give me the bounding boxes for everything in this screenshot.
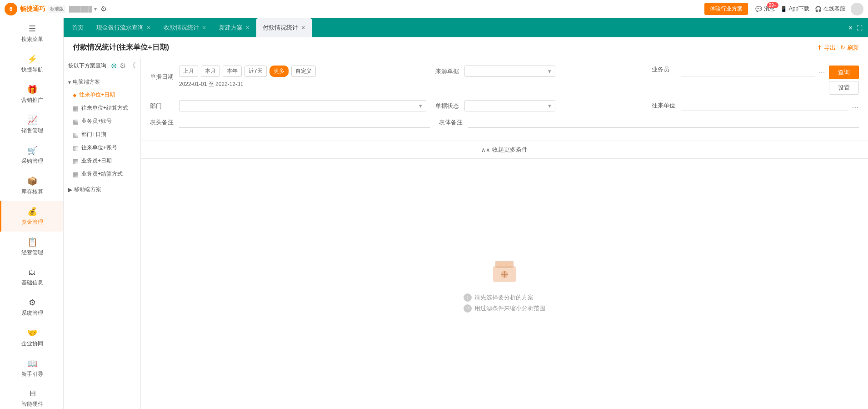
app-download-label: App下载 [789,5,809,13]
sidebar-item-finance[interactable]: 💰 资金管理 [0,201,63,232]
tab-bank[interactable]: 现金银行流水查询 ✕ [90,18,157,37]
hint-num-1: 1 [464,293,472,302]
export-button[interactable]: ⬆ 导出 [817,44,836,52]
empty-box-illustration [486,252,523,289]
sidebar-item-label: 快捷导航 [21,66,43,74]
collapse-label: 收起更多条件 [492,146,528,154]
date-btn-custom[interactable]: 自定义 [291,66,316,77]
refresh-button[interactable]: ↻ 刷新 [840,44,859,52]
filter-source-label: 来源单据 [435,67,461,76]
date-btn-7days[interactable]: 近7天 [244,66,267,77]
pc-scheme-title[interactable]: ▾ 电脑端方案 [64,76,140,88]
page-actions: ⬆ 导出 ↻ 刷新 [817,44,859,52]
filter-counterpart-item: 往来单位 … [652,100,859,111]
try-industry-button[interactable]: 体验行业方案 [704,3,748,15]
scheme-item-staff-date[interactable]: ▦ 业务员+日期 [64,154,140,167]
sidebar-item-nav[interactable]: ⚡ 快捷导航 [0,49,63,79]
filter-date-control: 上月 本月 本年 近7天 更多 自定义 2022-01-01 至 2022-12… [179,66,426,88]
user-avatar[interactable] [851,3,863,15]
scheme-item-counterpart-account[interactable]: ▦ 往来单位+账号 [64,141,140,154]
add-scheme-icon[interactable]: ⊕ [111,61,117,70]
sidebar-item-operations[interactable]: 📋 经营管理 [0,232,63,262]
sidebar-item-purchase[interactable]: 🛒 采购管理 [0,140,63,171]
tab-new-plan-close-icon[interactable]: ✕ [245,25,250,31]
sidebar-item-label: 基础信息 [21,279,43,287]
top-bar-left: 6 畅捷通巧 标准版 ██████ ▾ ⚙ [5,3,107,15]
sales-icon: 📈 [27,115,37,125]
scheme-item-icon: ▦ [73,131,79,138]
tab-receipt-close-icon[interactable]: ✕ [202,25,206,31]
staff-control: … [681,66,825,76]
filter-status-select[interactable]: ▾ [464,100,555,111]
tab-home-label: 首页 [72,24,84,32]
filter-dept-item: 部门 ▾ [150,100,426,111]
tab-bar-actions: ✕ ⛶ [848,25,866,31]
tab-new-plan[interactable]: 新建方案 ✕ [213,18,256,37]
sidebar-item-system[interactable]: ⚙ 系统管理 [0,292,63,323]
date-btn-more[interactable]: 更多 [269,66,289,77]
logo-icon: 6 [5,3,17,15]
scheme-item-dept-date[interactable]: ▦ 部门+日期 [64,128,140,141]
collapse-button[interactable]: ∧∧ 收起更多条件 [481,146,528,154]
query-button[interactable]: 查询 [829,66,859,79]
sidebar-item-guide[interactable]: 📖 新手引导 [0,353,63,384]
filter-source-item: 来源单据 ▾ [435,66,643,77]
sidebar-item-sales[interactable]: 📈 销售管理 [0,110,63,140]
sidebar-item-label: 采购管理 [21,157,43,165]
date-btn-this-year[interactable]: 本年 [223,66,242,77]
company-selector[interactable]: ██████ ▾ [69,6,97,12]
filter-data-area: 单据日期 上月 本月 本年 近7天 更多 [141,58,868,409]
tab-home[interactable]: 首页 [65,18,90,37]
scheme-item-staff-account[interactable]: ▦ 业务员+账号 [64,115,140,128]
date-btn-this-month[interactable]: 本月 [201,66,220,77]
scheme-item-counterpart-date[interactable]: ● 往来单位+日期 [64,88,140,101]
company-name: ██████ [69,6,92,12]
body-note-input[interactable] [468,117,859,128]
scheme-item-label: 业务员+日期 [81,157,112,165]
sidebar-item-inventory[interactable]: 📦 库存核算 [0,171,63,201]
empty-hint-1: 请先选择要分析的方案 [474,293,534,302]
section-arrow-right-icon: ▶ [68,187,72,193]
date-btn-last-month[interactable]: 上月 [179,66,198,77]
tab-payment-close-icon[interactable]: ✕ [301,25,305,31]
guide-icon: 📖 [27,359,37,369]
sidebar-item-label: 库存核算 [21,188,43,196]
scheme-query-label: 按以下方案查询 [68,62,106,70]
tab-receipt[interactable]: 收款情况统计 ✕ [157,18,213,37]
tab-bank-close-icon[interactable]: ✕ [146,25,151,31]
maximize-icon[interactable]: ⛶ [857,25,863,31]
app-download-button[interactable]: 📱 App下载 [780,5,809,13]
settings-button[interactable]: 设置 [829,81,859,95]
online-service-button[interactable]: 🎧 在线客服 [815,5,845,13]
filter-header-note-item: 表头备注 [150,117,430,128]
online-service-label: 在线客服 [823,5,845,13]
scheme-settings-icon[interactable]: ⚙ [120,61,126,70]
sidebar-item-basic[interactable]: 🗂 基础信息 [0,262,63,292]
sidebar-item-hardware[interactable]: 🖥 智能硬件 [0,384,63,409]
scheme-item-label: 部门+日期 [81,131,106,138]
sidebar-item-enterprise[interactable]: 🤝 企业协同 [0,323,63,353]
staff-ellipsis-icon[interactable]: … [818,67,825,75]
sidebar-item-search[interactable]: ☰ 搜索菜单 [0,18,63,49]
refresh-icon: ↻ [840,44,845,51]
staff-input[interactable] [681,66,815,76]
counterpart-input[interactable] [681,100,848,111]
gear-icon[interactable]: ⚙ [100,5,107,13]
filter-status-label: 单据状态 [435,102,461,110]
scheme-item-icon: ▦ [73,171,79,178]
filter-date-item: 单据日期 上月 本月 本年 近7天 更多 [150,66,426,88]
tab-payment[interactable]: 付款情况统计 ✕ [256,18,312,37]
header-note-input[interactable] [179,117,430,128]
scheme-collapse-icon[interactable]: 《 [129,61,136,71]
filter-source-select[interactable]: ▾ [464,66,555,77]
sidebar-item-label: 智能硬件 [21,400,43,408]
scheme-item-counterpart-settle[interactable]: ▦ 往来单位+结算方式 [64,101,140,115]
sidebar-item-marketing[interactable]: 🎁 营销推广 [0,79,63,110]
close-all-tabs-icon[interactable]: ✕ [848,25,853,31]
filter-row-2: 部门 ▾ 单据状态 ▾ [150,100,859,111]
counterpart-ellipsis-icon[interactable]: … [852,101,859,110]
mobile-scheme-title[interactable]: ▶ 移动端方案 [64,183,140,196]
messages-button[interactable]: 💬 消息 99+ [755,5,775,13]
filter-dept-select[interactable]: ▾ [179,100,426,111]
scheme-item-staff-settle[interactable]: ▦ 业务员+结算方式 [64,167,140,181]
